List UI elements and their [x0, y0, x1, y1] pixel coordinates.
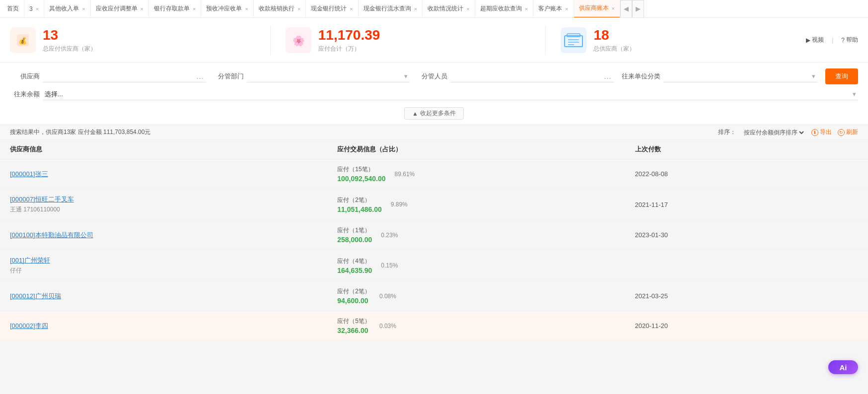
- nav-tab-receipt-stat[interactable]: 收款情况统计 ×: [423, 0, 475, 18]
- nav-next-arrow[interactable]: ▶: [632, 0, 644, 18]
- close-icon[interactable]: ×: [612, 5, 615, 11]
- payable-suppliers-label: 总应付供应商（家）: [43, 45, 96, 53]
- last-pay-cell: 2021-11-17: [635, 201, 858, 208]
- person-dots-icon[interactable]: …: [604, 72, 612, 81]
- last-pay-date: 2022-08-08: [635, 170, 668, 178]
- ai-assistant-button[interactable]: Ai: [828, 360, 858, 374]
- nav-tab-bank[interactable]: 银行存取款单 ×: [149, 0, 201, 18]
- sort-select[interactable]: 按应付余额倒序排序: [742, 129, 805, 136]
- supplier-dots-icon[interactable]: …: [196, 72, 204, 81]
- pay-pct: 89.61%: [395, 171, 415, 178]
- total-suppliers-icon: [561, 27, 586, 53]
- pay-info-cell: 应付（4笔） 164,635.90 0.15%: [337, 257, 635, 274]
- nav-tab-supplier-ledger[interactable]: 供应商账本 ×: [574, 0, 620, 18]
- video-label: 视频: [812, 36, 824, 44]
- svg-text:💰: 💰: [18, 37, 27, 45]
- category-select[interactable]: [665, 72, 816, 80]
- nav-tab-cash-stat-label: 现金银行统计: [311, 4, 347, 13]
- close-icon[interactable]: ×: [82, 6, 85, 12]
- nav-tab-prepay[interactable]: 预收冲应收单 ×: [201, 0, 253, 18]
- result-actions: 排序： 按应付余额倒序排序 ⬇ 导出 ↻ 刷新: [718, 128, 858, 136]
- pay-pct: 0.03%: [379, 323, 396, 329]
- header-supplier-info: 供应商信息: [10, 145, 337, 154]
- last-pay-cell: 2022-08-08: [635, 170, 858, 178]
- supplier-name-link[interactable]: [000002]李四: [10, 322, 337, 330]
- close-icon[interactable]: ×: [525, 6, 528, 12]
- close-icon[interactable]: ×: [193, 6, 196, 12]
- export-button[interactable]: ⬇ 导出: [811, 128, 832, 136]
- person-label: 分管人员: [418, 72, 447, 81]
- stat-payable-suppliers: 💰 13 总应付供应商（家）: [10, 27, 255, 53]
- close-icon[interactable]: ×: [350, 6, 353, 12]
- close-icon[interactable]: ×: [297, 6, 300, 12]
- payable-total-number: 11,170.39: [318, 27, 380, 44]
- close-icon[interactable]: ×: [466, 6, 469, 12]
- dept-select[interactable]: [249, 72, 408, 80]
- result-bar: 搜索结果中，供应商13家 应付金额 111,703,854.00元 排序： 按应…: [0, 125, 868, 140]
- nav-tab-adjust[interactable]: 应收应付调整单 ×: [91, 0, 149, 18]
- table-row[interactable]: [000001]张三 应付（15笔） 100,092,540.00 89.61%…: [0, 159, 868, 189]
- pay-count: 应付（5笔）: [337, 317, 370, 326]
- supplier-name-link[interactable]: [001]广州荣轩: [10, 256, 337, 265]
- nav-tab-cash-flow[interactable]: 现金银行流水查询 ×: [359, 0, 423, 18]
- person-input[interactable]: [452, 72, 612, 80]
- stat-divider-1: [270, 25, 271, 55]
- collapse-button[interactable]: ▲ 收起更多条件: [404, 107, 464, 120]
- person-input-wrap: …: [450, 70, 614, 82]
- table-row[interactable]: [000002]李四 应付（5笔） 32,366.00 0.03% 2020-1…: [0, 311, 868, 341]
- nav-tab-cash-stat[interactable]: 现金银行统计 ×: [306, 0, 358, 18]
- table-row[interactable]: [000007]恒旺二手叉车 王通 17106110000 应付（2笔） 11,…: [0, 189, 868, 220]
- payable-total-label: 应付合计（万）: [318, 45, 380, 53]
- payable-total-icon: 🌸: [286, 27, 311, 53]
- nav-tab-customer-ledger[interactable]: 客户账本 ×: [533, 0, 574, 18]
- supplier-name-link[interactable]: [000012]广州贝瑞: [10, 292, 337, 301]
- query-button[interactable]: 查询: [825, 68, 858, 84]
- video-icon: ▶: [806, 37, 810, 44]
- header-last-pay: 上次付数: [635, 145, 858, 154]
- close-icon[interactable]: ×: [414, 6, 417, 12]
- supplier-name-link[interactable]: [000007]恒旺二手叉车: [10, 195, 337, 204]
- supplier-info-cell: [000001]张三: [10, 170, 337, 179]
- table-body: [000001]张三 应付（15笔） 100,092,540.00 89.61%…: [0, 159, 868, 341]
- pay-info-cell: 应付（2笔） 11,051,486.00 9.89%: [337, 196, 635, 213]
- category-label: 往来单位分类: [622, 72, 660, 81]
- balance-select-wrap: 选择... ▾: [43, 88, 858, 100]
- refresh-icon: ↻: [838, 129, 845, 136]
- supplier-input[interactable]: [45, 72, 204, 80]
- pay-amount: 258,000.00: [337, 236, 372, 244]
- filter-dept: 分管部门 ▾: [214, 70, 410, 82]
- nav-tab-other-income-label: 其他收入单: [49, 4, 79, 13]
- table-row[interactable]: [000100]本特勤油品有限公司 应付（1笔） 258,000.00 0.23…: [0, 220, 868, 250]
- nav-tab-overdue[interactable]: 超期应收款查询 ×: [475, 0, 533, 18]
- supplier-name-link[interactable]: [000100]本特勤油品有限公司: [10, 231, 337, 240]
- supplier-contact: 仔仔: [10, 266, 337, 275]
- close-icon[interactable]: ×: [245, 6, 248, 12]
- nav-tab-prepay-label: 预收冲应收单: [206, 4, 242, 13]
- stat-total-suppliers-info: 18 总供应商（家）: [593, 27, 635, 53]
- nav-tab-collection[interactable]: 收款核销执行 ×: [254, 0, 306, 18]
- video-link[interactable]: ▶ 视频: [806, 36, 824, 44]
- nav-tab-overdue-label: 超期应收款查询: [480, 4, 522, 13]
- help-link[interactable]: ? 帮助: [841, 36, 858, 44]
- nav-tab-3[interactable]: 3 ×: [24, 0, 44, 18]
- dept-label: 分管部门: [214, 72, 244, 81]
- table-row[interactable]: [000012]广州贝瑞 应付（2笔） 94,600.00 0.08% 2021…: [0, 281, 868, 311]
- nav-tab-home[interactable]: 首页: [2, 0, 24, 18]
- balance-select[interactable]: 选择...: [45, 90, 856, 98]
- table-row[interactable]: [001]广州荣轩 仔仔 应付（4笔） 164,635.90 0.15%: [0, 250, 868, 281]
- supplier-label: 供应商: [10, 72, 40, 81]
- nav-prev-arrow[interactable]: ◀: [620, 0, 632, 18]
- total-suppliers-label: 总供应商（家）: [593, 45, 635, 53]
- pay-info-inner: 应付（5笔） 32,366.00 0.03%: [337, 317, 635, 334]
- pay-info-cell: 应付（15笔） 100,092,540.00 89.61%: [337, 165, 635, 183]
- filter-person: 分管人员 …: [418, 70, 614, 82]
- close-icon[interactable]: ×: [565, 6, 568, 12]
- last-pay-date: 2020-11-20: [635, 322, 668, 329]
- supplier-name-link[interactable]: [000001]张三: [10, 170, 337, 179]
- nav-tab-other-income[interactable]: 其他收入单 ×: [44, 0, 90, 18]
- filter-supplier: 供应商 …: [10, 70, 206, 82]
- close-icon[interactable]: ×: [141, 6, 144, 12]
- nav-tab-cash-flow-label: 现金银行流水查询: [363, 4, 411, 13]
- close-icon[interactable]: ×: [36, 6, 39, 12]
- refresh-button[interactable]: ↻ 刷新: [838, 128, 858, 136]
